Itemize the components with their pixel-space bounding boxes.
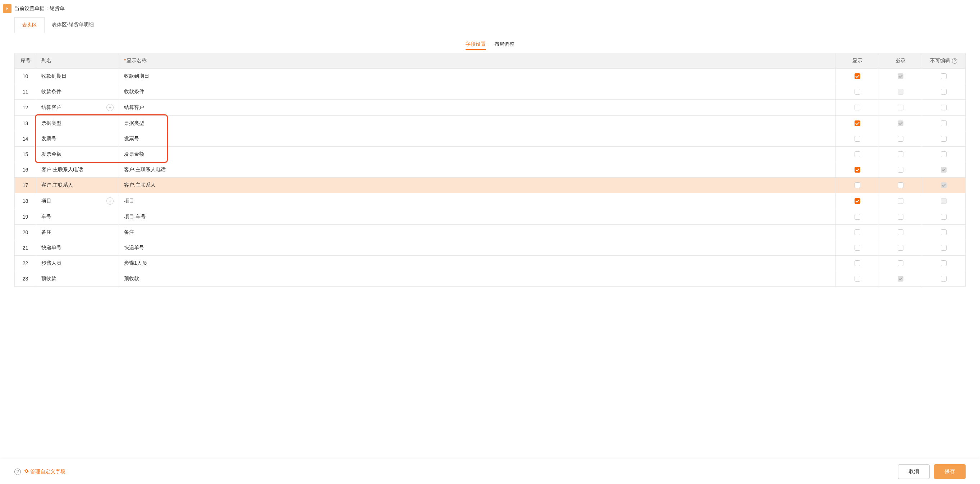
cell-required: [879, 162, 922, 177]
row-name: 结算客户+: [36, 100, 119, 115]
show-checkbox[interactable]: [854, 151, 860, 157]
cell-show: [836, 147, 879, 162]
show-checkbox[interactable]: [854, 198, 860, 204]
table-row: 18项目+项目: [15, 193, 965, 209]
display-name-input[interactable]: 票据类型: [119, 116, 836, 131]
required-checkbox[interactable]: [898, 229, 904, 235]
row-seq: 13: [15, 116, 36, 131]
show-checkbox[interactable]: [854, 260, 860, 266]
help-icon[interactable]: ?: [952, 58, 957, 64]
cell-readonly: [922, 68, 965, 84]
cell-readonly: [922, 209, 965, 224]
fields-table: 序号 列名 *显示名称 显示 必录 不可编辑 ? 10收款到期日收款到期日11收…: [14, 53, 966, 287]
tab-body-area[interactable]: 表体区-销货单明细: [45, 17, 101, 33]
display-name-input[interactable]: 客户.主联系人电话: [119, 162, 836, 177]
required-checkbox[interactable]: [898, 136, 904, 142]
readonly-checkbox: [941, 182, 947, 188]
header-seq: 序号: [15, 53, 36, 68]
field-name-label: 快递单号: [41, 245, 62, 251]
add-subfield-button[interactable]: +: [107, 197, 114, 205]
readonly-checkbox[interactable]: [941, 136, 947, 142]
tab-header-area[interactable]: 表头区: [14, 17, 45, 33]
field-name-label: 收款条件: [41, 88, 62, 95]
show-checkbox[interactable]: [854, 229, 860, 235]
display-name-input[interactable]: 发票金额: [119, 147, 836, 162]
required-checkbox[interactable]: [898, 245, 904, 251]
readonly-checkbox[interactable]: [941, 105, 947, 110]
readonly-checkbox[interactable]: [941, 229, 947, 235]
row-seq: 10: [15, 68, 36, 84]
readonly-checkbox[interactable]: [941, 151, 947, 157]
show-checkbox[interactable]: [854, 89, 860, 95]
tab-field-settings[interactable]: 字段设置: [466, 40, 486, 50]
readonly-checkbox[interactable]: [941, 276, 947, 282]
readonly-checkbox[interactable]: [941, 214, 947, 220]
display-name-input[interactable]: 预收款: [119, 271, 836, 286]
readonly-checkbox[interactable]: [941, 121, 947, 126]
row-seq: 15: [15, 147, 36, 162]
section-tabs: 表头区 表体区-销货单明细: [14, 17, 980, 33]
row-name: 项目+: [36, 193, 119, 209]
required-checkbox[interactable]: [898, 260, 904, 266]
show-checkbox[interactable]: [854, 136, 860, 142]
show-checkbox[interactable]: [854, 276, 860, 282]
row-name: 票据类型: [36, 116, 119, 131]
readonly-checkbox[interactable]: [941, 89, 947, 95]
cell-readonly: [922, 100, 965, 115]
required-checkbox[interactable]: [898, 182, 904, 188]
row-seq: 20: [15, 225, 36, 240]
table-row: 21快递单号快递单号: [15, 240, 965, 256]
display-name-input[interactable]: 收款条件: [119, 84, 836, 99]
field-name-label: 发票号: [41, 135, 56, 142]
show-checkbox[interactable]: [854, 245, 860, 251]
display-name-input[interactable]: 结算客户: [119, 100, 836, 115]
required-checkbox: [898, 89, 904, 95]
cell-show: [836, 178, 879, 193]
readonly-checkbox: [941, 167, 947, 173]
readonly-checkbox[interactable]: [941, 260, 947, 266]
readonly-checkbox[interactable]: [941, 245, 947, 251]
cell-required: [879, 256, 922, 271]
cell-show: [836, 116, 879, 131]
required-checkbox[interactable]: [898, 198, 904, 204]
required-checkbox[interactable]: [898, 167, 904, 173]
tab-layout-adjust[interactable]: 布局调整: [494, 40, 514, 50]
table-row: 20备注备注: [15, 225, 965, 240]
field-name-label: 客户.主联系人电话: [41, 167, 83, 173]
header-display: *显示名称: [119, 53, 836, 68]
display-name-input[interactable]: 步骤1人员: [119, 256, 836, 271]
header-name: 列名: [36, 53, 119, 68]
cell-show: [836, 271, 879, 286]
cell-show: [836, 162, 879, 177]
rows-container: 10收款到期日收款到期日11收款条件收款条件12结算客户+结算客户13票据类型票…: [15, 68, 965, 287]
display-name-input[interactable]: 项目.车号: [119, 209, 836, 224]
show-checkbox[interactable]: [854, 182, 860, 188]
readonly-checkbox: [941, 198, 947, 204]
cell-required: [879, 178, 922, 193]
row-seq: 12: [15, 100, 36, 115]
row-name: 客户.主联系人: [36, 178, 119, 193]
readonly-checkbox[interactable]: [941, 73, 947, 79]
display-name-input[interactable]: 备注: [119, 225, 836, 240]
expand-panel-button[interactable]: [3, 4, 11, 13]
display-name-input[interactable]: 快递单号: [119, 240, 836, 255]
required-checkbox[interactable]: [898, 214, 904, 220]
field-name-label: 备注: [41, 229, 51, 236]
show-checkbox[interactable]: [854, 73, 860, 79]
add-subfield-button[interactable]: +: [107, 104, 114, 111]
display-name-input[interactable]: 发票号: [119, 131, 836, 146]
required-checkbox[interactable]: [898, 105, 904, 110]
display-name-input[interactable]: 客户.主联系人: [119, 178, 836, 193]
row-seq: 16: [15, 162, 36, 177]
cell-required: [879, 193, 922, 209]
required-checkbox[interactable]: [898, 151, 904, 157]
show-checkbox[interactable]: [854, 167, 860, 173]
table-row: 10收款到期日收款到期日: [15, 68, 965, 84]
show-checkbox[interactable]: [854, 121, 860, 126]
display-name-input[interactable]: 收款到期日: [119, 68, 836, 84]
show-checkbox[interactable]: [854, 105, 860, 110]
show-checkbox[interactable]: [854, 214, 860, 220]
display-name-input[interactable]: 项目: [119, 193, 836, 209]
table-row: 19车号项目.车号: [15, 209, 965, 225]
cell-show: [836, 193, 879, 209]
